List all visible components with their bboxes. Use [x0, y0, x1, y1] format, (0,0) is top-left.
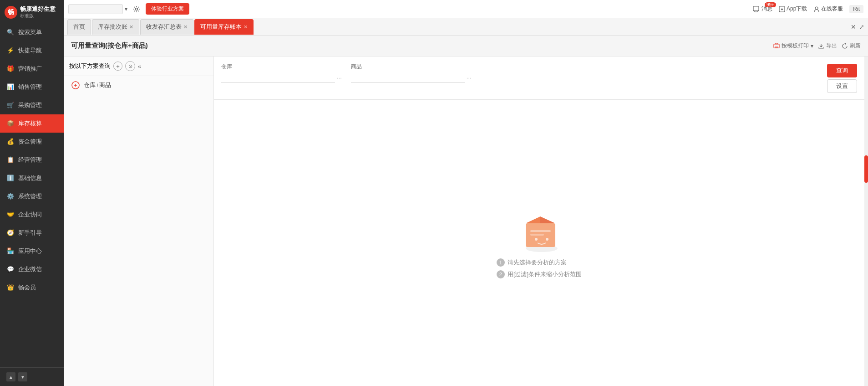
sidebar-item-marketing[interactable]: 🎁 营销推广 [0, 60, 64, 78]
sidebar-item-label: 企业微信 [18, 265, 42, 273]
tab-batch-account-close[interactable]: ✕ [129, 24, 133, 30]
sidebar-item-enterprise[interactable]: 🤝 企业协同 [0, 206, 64, 224]
sidebar-footer: ▲ ▼ [0, 367, 64, 386]
experience-button[interactable]: 体验行业方案 [146, 3, 189, 15]
sidebar-scroll: 🔍 搜索菜单 ⚡ 快捷导航 🎁 营销推广 📊 销售管理 🛒 采购管理 📦 库存核… [0, 23, 64, 367]
topbar-message-badge: 99+ [765, 2, 776, 7]
handshake-icon: 🤝 [6, 211, 15, 219]
query-fields-row: 仓库 ··· 商品 ··· 查询 设置 [214, 57, 864, 100]
sidebar-item-label: 库存核算 [18, 119, 42, 128]
sidebar-item-enterprise-wechat[interactable]: 💬 企业微信 [0, 260, 64, 278]
tabbar-maximize-button[interactable]: ⤢ [859, 23, 864, 31]
sidebar-item-search[interactable]: 🔍 搜索菜单 [0, 23, 64, 41]
sidebar-item-label: 畅会员 [18, 283, 36, 292]
chat-icon: 💬 [6, 265, 15, 273]
content-area: 按以下方案查询 + ⊙ « 仓库+商品 仓库 [64, 57, 868, 386]
svg-point-0 [136, 8, 138, 10]
query-btn-area: 查询 设置 [827, 63, 857, 93]
template-print-label: 按模板打印 [782, 42, 809, 50]
warehouse-goods-icon [71, 81, 80, 90]
sidebar-item-basic[interactable]: ℹ️ 基础信息 [0, 169, 64, 187]
sidebar-item-purchase[interactable]: 🛒 采购管理 [0, 96, 64, 114]
settings-button[interactable]: 设置 [827, 79, 857, 93]
warehouse-more-button[interactable]: ··· [337, 74, 342, 81]
gift-icon: 🎁 [6, 65, 15, 73]
tabbar-right: ✕ ⤢ [851, 23, 864, 31]
svg-point-9 [535, 238, 538, 241]
topbar-search-input[interactable] [68, 4, 123, 14]
topbar-app-download[interactable]: App下载 [779, 5, 807, 13]
sidebar-item-finance[interactable]: 💰 资金管理 [0, 133, 64, 151]
tab-home[interactable]: 首页 [67, 19, 91, 35]
sidebar-item-business[interactable]: 📋 经营管理 [0, 151, 64, 169]
topbar-dropdown-button[interactable]: ▾ [125, 6, 127, 12]
tab-collect-summary-close[interactable]: ✕ [183, 24, 188, 30]
template-print-button[interactable]: 按模板打印 ▾ [773, 42, 813, 50]
tab-available-ledger[interactable]: 可用量库存账本 ✕ [194, 19, 254, 35]
topbar-gear-icon[interactable] [131, 4, 142, 15]
goods-field: 商品 ··· [351, 63, 472, 82]
refresh-button[interactable]: 刷新 [842, 42, 861, 50]
filter-add-button[interactable]: + [113, 62, 122, 71]
sidebar-item-label: 应用中心 [18, 247, 42, 255]
search-icon: 🔍 [6, 28, 15, 36]
hint-1-text: 请先选择要分析的方案 [508, 258, 567, 267]
sidebar-item-label: 新手引导 [18, 229, 42, 237]
goods-field-label: 商品 [351, 63, 472, 71]
tab-available-ledger-close[interactable]: ✕ [244, 24, 248, 30]
topbar-message[interactable]: 消息 99+ [752, 5, 772, 13]
tabbar-close-button[interactable]: ✕ [851, 23, 856, 31]
goods-input[interactable] [351, 72, 465, 82]
export-button[interactable]: 导出 [818, 42, 837, 50]
goods-more-button[interactable]: ··· [467, 74, 472, 81]
topbar-user[interactable]: Rit [849, 5, 863, 13]
warehouse-field-input-area: ··· [221, 72, 342, 82]
sidebar-item-system[interactable]: ⚙️ 系统管理 [0, 187, 64, 206]
tab-home-label: 首页 [73, 23, 85, 31]
filter-header-label: 按以下方案查询 [69, 62, 111, 70]
sidebar-item-label: 企业协同 [18, 211, 42, 219]
filter-collapse-button[interactable]: « [138, 63, 141, 70]
sidebar-item-app-center[interactable]: 🏪 应用中心 [0, 242, 64, 260]
hint-2-text: 用[过滤]条件来缩小分析范围 [508, 270, 582, 278]
empty-hint-2: 2 用[过滤]条件来缩小分析范围 [497, 270, 582, 278]
sidebar-logo-icon: 畅 [5, 6, 17, 19]
query-area: 仓库 ··· 商品 ··· 查询 设置 [214, 57, 864, 386]
sidebar-item-sales[interactable]: 📊 销售管理 [0, 78, 64, 96]
topbar-search: ▾ [68, 4, 127, 14]
tab-collect-summary[interactable]: 收发存汇总表 ✕ [140, 19, 193, 35]
svg-rect-3 [774, 44, 779, 48]
svg-point-10 [546, 238, 548, 241]
sidebar-item-label: 系统管理 [18, 192, 42, 201]
export-label: 导出 [826, 42, 837, 50]
compass-icon: 🧭 [6, 229, 15, 237]
refresh-label: 刷新 [850, 42, 861, 50]
sidebar-item-shortcut[interactable]: ⚡ 快捷导航 [0, 41, 64, 60]
topbar-app-label: App下载 [787, 5, 807, 13]
warehouse-field: 仓库 ··· [221, 63, 342, 82]
topbar-online-service[interactable]: 在线客服 [813, 5, 843, 13]
sidebar-item-member[interactable]: 👑 畅会员 [0, 278, 64, 297]
filter-item-warehouse-goods[interactable]: 仓库+商品 [64, 76, 213, 94]
svg-rect-7 [530, 230, 551, 232]
template-print-dropdown-icon: ▾ [811, 43, 813, 49]
query-button[interactable]: 查询 [827, 64, 857, 77]
sidebar-logo-name: 畅康通好生意 [20, 5, 56, 13]
tab-batch-account[interactable]: 库存批次账 ✕ [92, 19, 139, 35]
filter-item-label: 仓库+商品 [84, 81, 111, 89]
sidebar-item-inventory[interactable]: 📦 库存核算 [0, 114, 64, 133]
info-icon: ℹ️ [6, 174, 15, 182]
topbar: ▾ 体验行业方案 消息 99+ App下载 在线客服 Rit [64, 0, 868, 18]
clipboard-icon: 📋 [6, 156, 15, 164]
lightning-icon: ⚡ [6, 46, 15, 55]
store-icon: 🏪 [6, 247, 15, 255]
right-scrollbar-thumb[interactable] [864, 155, 868, 183]
sidebar-scroll-down[interactable]: ▼ [18, 372, 27, 381]
filter-settings-button[interactable]: ⊙ [125, 61, 135, 71]
filter-panel: 按以下方案查询 + ⊙ « 仓库+商品 [64, 57, 214, 386]
sidebar-item-newbie[interactable]: 🧭 新手引导 [0, 224, 64, 242]
sidebar-header: 畅 畅康通好生意 标准版 [0, 0, 64, 23]
warehouse-input[interactable] [221, 72, 335, 82]
tab-batch-account-label: 库存批次账 [98, 23, 127, 31]
sidebar-scroll-up[interactable]: ▲ [6, 372, 15, 381]
